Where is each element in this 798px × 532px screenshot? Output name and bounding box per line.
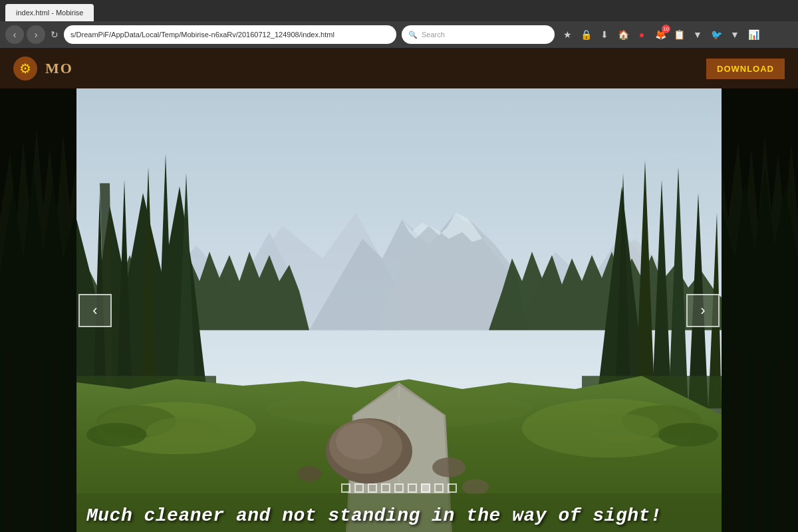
slide-scene-svg [76, 88, 722, 532]
side-forest-right [722, 88, 798, 532]
side-forest-left [0, 88, 76, 532]
star-icon[interactable]: ★ [560, 27, 575, 42]
url-text: s/DreamPiF/AppData/Local/Temp/Mobirise-n… [70, 31, 334, 39]
browser-toolbar: ‹ › ↻ s/DreamPiF/AppData/Local/Temp/Mobi… [0, 21, 798, 48]
extensions-icon[interactable]: 🦊 10 [653, 27, 668, 42]
browser-tab[interactable]: index.html - Mobirise [5, 4, 94, 21]
reload-button[interactable]: ↻ [51, 29, 59, 40]
carousel-dot-4[interactable] [381, 483, 390, 493]
url-bar[interactable]: s/DreamPiF/AppData/Local/Temp/Mobirise-n… [64, 25, 396, 44]
toolbar-icons: ★ 🔒 ⬇ 🏠 ● 🦊 10 📋 ▼ 🐦 ▼ 📊 [560, 27, 761, 42]
svg-point-49 [585, 414, 658, 442]
svg-point-59 [462, 479, 489, 495]
tab-label: index.html - Mobirise [16, 9, 83, 17]
app-logo: ⚙ MO [13, 57, 73, 80]
main-slide [76, 88, 722, 532]
carousel-dot-6[interactable] [408, 483, 417, 493]
slider-container: ‹ › Much cleaner and not standing in the… [0, 88, 798, 532]
app-header: ⚙ MO DOWNLOAD [0, 49, 798, 88]
side-panel-right [722, 88, 798, 532]
search-icon: 🔍 [408, 31, 418, 39]
caption-text: Much cleaner and not standing in the way… [86, 505, 662, 526]
opera-icon[interactable]: ● [634, 27, 649, 42]
lock-icon[interactable]: 🔒 [579, 27, 593, 42]
carousel-dot-5[interactable] [394, 483, 404, 493]
forward-button[interactable]: › [27, 25, 45, 44]
app-name: MO [45, 60, 73, 77]
stats-icon[interactable]: 📊 [746, 27, 761, 42]
download-button[interactable]: DOWNLOAD [706, 59, 785, 79]
dropdown-arrow2[interactable]: ▼ [728, 27, 742, 42]
svg-point-56 [336, 423, 382, 460]
carousel-next-button[interactable]: › [686, 294, 720, 327]
carousel-dot-2[interactable] [354, 483, 364, 493]
carousel-dot-3[interactable] [368, 483, 377, 493]
svg-rect-6 [0, 88, 76, 532]
carousel-dot-8[interactable] [434, 483, 444, 493]
page-content: ⚙ MO DOWNLOAD [0, 49, 798, 532]
bird-icon[interactable]: 🐦 [709, 27, 724, 42]
svg-point-50 [658, 423, 718, 446]
carousel-prev-button[interactable]: ‹ [78, 294, 112, 327]
side-panel-left [0, 88, 76, 532]
dropdown-arrow[interactable]: ▼ [690, 27, 705, 42]
svg-point-46 [146, 417, 219, 446]
svg-point-58 [297, 466, 321, 482]
home-icon[interactable]: 🏠 [616, 27, 630, 42]
clipboard-icon[interactable]: 📋 [672, 27, 686, 42]
svg-point-47 [86, 423, 146, 446]
carousel-dot-7[interactable] [421, 483, 430, 493]
svg-point-57 [432, 458, 466, 477]
svg-rect-13 [722, 88, 798, 532]
carousel-dot-9[interactable] [448, 483, 457, 493]
browser-chrome: index.html - Mobirise ‹ › ↻ s/DreamPiF/A… [0, 0, 798, 49]
slide-caption: Much cleaner and not standing in the way… [0, 505, 798, 526]
search-bar[interactable]: 🔍 Search [402, 25, 555, 44]
carousel-dots [341, 483, 457, 493]
carousel-dot-1[interactable] [341, 483, 350, 493]
search-placeholder: Search [422, 31, 445, 39]
tab-bar: index.html - Mobirise [0, 0, 798, 21]
download-icon[interactable]: ⬇ [597, 27, 612, 42]
gear-icon: ⚙ [13, 57, 37, 80]
back-button[interactable]: ‹ [5, 25, 24, 44]
